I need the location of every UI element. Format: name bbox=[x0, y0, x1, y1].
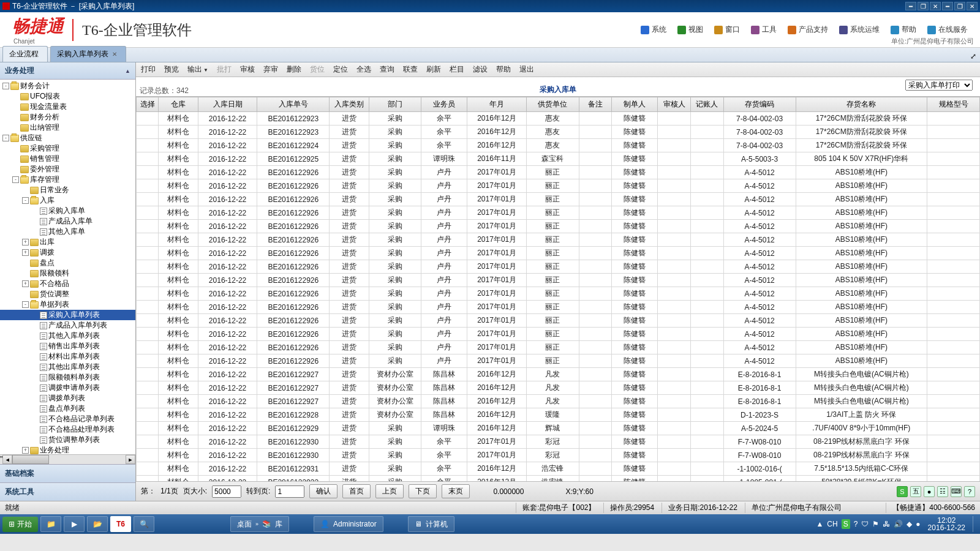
scroll-right-icon[interactable]: ► bbox=[126, 455, 135, 464]
tree-node[interactable]: 盘点 bbox=[0, 258, 135, 268]
table-row[interactable]: 材料仓2016-12-22BE2016122926进货采购卢丹2017年01月丽… bbox=[137, 247, 980, 260]
tray-ime-icon[interactable]: S bbox=[842, 519, 850, 529]
close2-button[interactable]: ✕ bbox=[967, 2, 978, 10]
taskbar-admin[interactable]: 👤Administrator bbox=[314, 516, 383, 532]
taskbar-computer[interactable]: 🖥计算机 bbox=[408, 516, 454, 532]
expand-icon[interactable]: - bbox=[2, 83, 9, 89]
col-header[interactable]: 入库类别 bbox=[330, 97, 369, 112]
tool-栏目[interactable]: 栏目 bbox=[450, 64, 464, 75]
expand-icon[interactable]: - bbox=[2, 135, 9, 141]
tree-node[interactable]: 采购入库单列表 bbox=[0, 310, 135, 320]
col-header[interactable]: 记账人 bbox=[691, 97, 724, 112]
tool-定位[interactable]: 定位 bbox=[333, 64, 348, 75]
menu-系统运维[interactable]: 系统运维 bbox=[839, 24, 880, 35]
sidebar-section-tools[interactable]: 系统工具 bbox=[0, 482, 135, 501]
tree-node[interactable]: 采购入库单 bbox=[0, 206, 135, 216]
tray-app1-icon[interactable]: ◆ bbox=[907, 520, 912, 528]
tree-node[interactable]: 盘点单列表 bbox=[0, 403, 135, 414]
ime-wubi-icon[interactable]: 五 bbox=[910, 486, 921, 497]
tool-帮助[interactable]: 帮助 bbox=[496, 64, 511, 75]
tool-审核[interactable]: 审核 bbox=[240, 64, 255, 75]
expand-icon[interactable]: ⤢ bbox=[967, 51, 980, 62]
table-row[interactable]: 材料仓2016-12-22BE2016122926进货采购卢丹2017年01月丽… bbox=[137, 301, 980, 314]
col-header[interactable]: 规格型号 bbox=[927, 97, 980, 112]
table-row[interactable]: 材料仓2016-12-22BE2016122927进货资材办公室陈昌林2016年… bbox=[137, 395, 980, 408]
tool-货位[interactable]: 货位 bbox=[310, 64, 325, 75]
tray-help-icon[interactable]: ? bbox=[854, 520, 858, 528]
table-row[interactable]: 材料仓2016-12-22BE2016122926进货采购卢丹2017年01月丽… bbox=[137, 287, 980, 301]
table-row[interactable]: 材料仓2016-12-22BE2016122926进货采购卢丹2017年01月丽… bbox=[137, 166, 980, 179]
tool-全选[interactable]: 全选 bbox=[356, 64, 371, 75]
col-header[interactable]: 供货单位 bbox=[526, 97, 579, 112]
print-template-select[interactable]: 采购入库单打印 bbox=[905, 80, 973, 91]
close-button[interactable]: ✕ bbox=[930, 2, 941, 10]
tree-node[interactable]: 其他入库单列表 bbox=[0, 331, 135, 341]
table-row[interactable]: 材料仓2016-12-22BE2016122924进货采购余平2016年12月惠… bbox=[137, 139, 980, 152]
menu-视图[interactable]: 视图 bbox=[677, 24, 703, 35]
table-row[interactable]: 材料仓2016-12-22BE2016122927进货资材办公室陈昌林2016年… bbox=[137, 368, 980, 381]
tree-node[interactable]: 产成品入库单 bbox=[0, 216, 135, 227]
col-header[interactable]: 选择 bbox=[137, 97, 159, 112]
tab-close-icon[interactable]: ✕ bbox=[112, 51, 117, 58]
col-header[interactable]: 仓库 bbox=[159, 97, 198, 112]
table-row[interactable]: 材料仓2016-12-22BE2016122926进货采购卢丹2017年01月丽… bbox=[137, 354, 980, 368]
menu-帮助[interactable]: 帮助 bbox=[891, 24, 916, 35]
tree-node[interactable]: 调拨申请单列表 bbox=[0, 383, 135, 393]
menu-在线服务[interactable]: 在线服务 bbox=[927, 24, 968, 35]
taskbar-folder-icon[interactable]: 📂 bbox=[87, 516, 108, 532]
expand-icon[interactable]: + bbox=[22, 239, 29, 246]
minimize-button[interactable]: ━ bbox=[905, 2, 916, 10]
tree-node[interactable]: 销售出库单列表 bbox=[0, 341, 135, 351]
tray-vol-icon[interactable]: 🔊 bbox=[894, 520, 903, 528]
tree-node[interactable]: UFO报表 bbox=[0, 91, 135, 102]
tree-node[interactable]: -入库 bbox=[0, 195, 135, 206]
tree-node[interactable]: 委外管理 bbox=[0, 164, 135, 174]
ime-grid-icon[interactable]: ☷ bbox=[937, 486, 948, 497]
col-header[interactable]: 制单人 bbox=[612, 97, 658, 112]
tree-node[interactable]: 不合格品处理单列表 bbox=[0, 424, 135, 435]
table-row[interactable]: 材料仓2016-12-22BE2016122931进货采购余平2016年12月浩… bbox=[137, 462, 980, 476]
menu-产品支持[interactable]: 产品支持 bbox=[788, 24, 828, 35]
table-row[interactable]: 材料仓2016-12-22BE2016122926进货采购卢丹2017年01月丽… bbox=[137, 193, 980, 206]
col-header[interactable]: 部门 bbox=[369, 97, 421, 112]
table-row[interactable]: 材料仓2016-12-22BE2016122926进货采购卢丹2017年01月丽… bbox=[137, 206, 980, 220]
expand-icon[interactable]: + bbox=[22, 280, 29, 287]
tree-node[interactable]: +不合格品 bbox=[0, 279, 135, 289]
tray-app2-icon[interactable]: ● bbox=[916, 520, 920, 528]
tree-node[interactable]: 限额领料单列表 bbox=[0, 372, 135, 383]
col-header[interactable]: 年月 bbox=[467, 97, 527, 112]
tool-输出[interactable]: 输出▼ bbox=[187, 64, 208, 75]
tray-lang[interactable]: CH bbox=[827, 520, 837, 528]
table-row[interactable]: 材料仓2016-12-22BE2016122929进货采购谭明珠2016年12月… bbox=[137, 422, 980, 435]
minimize2-button[interactable]: ━ bbox=[942, 2, 953, 10]
ime-keyboard-icon[interactable]: ⌨ bbox=[951, 486, 962, 497]
tree-node[interactable]: 不合格品记录单列表 bbox=[0, 414, 135, 424]
page-size-input[interactable] bbox=[212, 485, 241, 498]
tray-net-icon[interactable]: 🖧 bbox=[883, 520, 890, 528]
tree-node[interactable]: +调拨 bbox=[0, 247, 135, 258]
tray-flag-icon[interactable]: ⚑ bbox=[872, 520, 879, 528]
tab-企业流程[interactable]: 企业流程 bbox=[2, 46, 48, 62]
expand-icon[interactable]: + bbox=[22, 447, 29, 454]
tool-刷新[interactable]: 刷新 bbox=[426, 64, 441, 75]
expand-icon[interactable]: - bbox=[22, 197, 29, 204]
tool-查询[interactable]: 查询 bbox=[380, 64, 394, 75]
tree-node[interactable]: 出纳管理 bbox=[0, 122, 135, 133]
tool-删除[interactable]: 删除 bbox=[287, 64, 301, 75]
col-header[interactable]: 存货编码 bbox=[723, 97, 796, 112]
goto-page-input[interactable] bbox=[275, 485, 304, 498]
tree-node[interactable]: +出库 bbox=[0, 237, 135, 247]
taskbar-explorer-icon[interactable]: 📁 bbox=[40, 516, 61, 532]
tool-弃审[interactable]: 弃审 bbox=[263, 64, 278, 75]
col-header[interactable]: 备注 bbox=[579, 97, 612, 112]
next-page-button[interactable]: 下页 bbox=[409, 484, 437, 498]
table-row[interactable]: 材料仓2016-12-22BE2016122925进货采购谭明珠2016年11月… bbox=[137, 152, 980, 166]
col-header[interactable]: 审核人 bbox=[658, 97, 691, 112]
col-header[interactable]: 存货名称 bbox=[796, 97, 927, 112]
tree-node[interactable]: -单据列表 bbox=[0, 299, 135, 310]
tool-联查[interactable]: 联查 bbox=[403, 64, 418, 75]
tray-shield-icon[interactable]: 🛡 bbox=[861, 520, 869, 528]
table-row[interactable]: 材料仓2016-12-22BE2016122927进货资材办公室陈昌林2016年… bbox=[137, 381, 980, 395]
tree-node[interactable]: 调拨单列表 bbox=[0, 393, 135, 403]
tool-预览[interactable]: 预览 bbox=[164, 64, 179, 75]
